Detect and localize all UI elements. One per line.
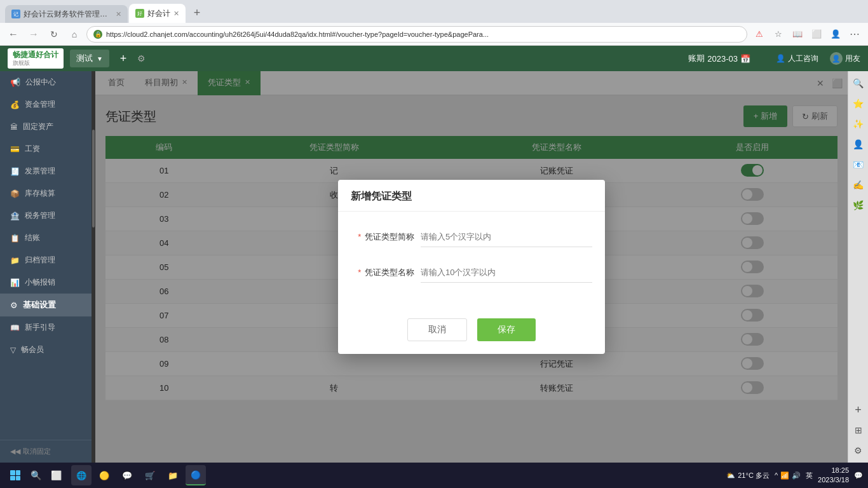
app-header: 畅捷通好合计 旗舰版 测试 ▼ + ⚙ 账期 2023-03 📅 👤 人工咨询 … <box>0 46 868 71</box>
right-gear-icon[interactable]: ⚙ <box>850 442 867 459</box>
sidebar-item-member[interactable]: ▽ 畅会员 <box>0 339 95 361</box>
start-button[interactable] <box>5 465 25 485</box>
form-row-name: * 凭证类型名称 <box>351 262 592 283</box>
active-tab-close[interactable]: ✕ <box>173 10 179 18</box>
taskbar-right: ⛅ 21°C 多云 ^ 📶 🔊 英 18:25 2023/3/18 💬 <box>726 466 863 485</box>
tax-icon: 🏦 <box>10 212 20 220</box>
add-workspace-button[interactable]: + <box>116 51 131 66</box>
inventory-icon: 📦 <box>10 189 20 198</box>
browser-tab-active[interactable]: 好 好会计 ✕ <box>129 4 186 23</box>
taskbar-app-browser2[interactable]: 🔵 <box>186 465 206 485</box>
right-leaf-icon[interactable]: 🌿 <box>850 197 867 214</box>
notification-area: ^ 📶 🔊 <box>775 471 801 480</box>
home-button[interactable]: ⌂ <box>66 26 83 43</box>
modal-footer: 取消 保存 <box>338 313 605 354</box>
forward-button[interactable]: → <box>25 26 42 43</box>
taskbar-apps: 🌐 🟡 💬 🛒 📁 🔵 <box>71 465 206 485</box>
close-accounts-icon: 📋 <box>10 234 20 243</box>
taskbar-app-store[interactable]: 🛒 <box>140 465 160 485</box>
sidebar-item-announcement[interactable]: 📢 公报中心 <box>0 71 95 93</box>
sidebar-item-tax[interactable]: 🏦 税务管理 <box>0 205 95 227</box>
calendar-icon[interactable]: 📅 <box>740 54 750 64</box>
app-logo: 畅捷通好合计 旗舰版 <box>8 48 64 68</box>
sidebar-item-salary[interactable]: 💳 工资 <box>0 138 95 160</box>
sidebar-item-expense[interactable]: 📊 小畅报销 <box>0 271 95 294</box>
modal-body: * 凭证类型简称 * 凭证类型名称 <box>338 212 605 313</box>
cancel-button[interactable]: 取消 <box>407 318 467 341</box>
taskbar-multitask-button[interactable]: ⬜ <box>46 465 66 485</box>
browser-actions: ⚠ ☆ 📖 ⬜ 👤 ⋯ <box>751 26 863 43</box>
new-tab-button[interactable]: + <box>188 4 206 22</box>
sidebar-item-fund[interactable]: 💰 资金管理 <box>0 93 95 116</box>
form-row-abbr: * 凭证类型简称 <box>351 227 592 247</box>
url-text: https://cloud2.chanjet.com/accounting/uh… <box>106 30 489 38</box>
split-view-button[interactable]: ⬜ <box>808 26 825 43</box>
invoice-icon: 🧾 <box>10 167 20 176</box>
browser-chrome: 记 好会计云财务软件管理系统_会计 ✕ 好 好会计 ✕ + <box>0 0 868 23</box>
abbr-input[interactable] <box>421 227 592 247</box>
sidebar-item-settings[interactable]: ⚙ 基础设置 <box>0 294 95 316</box>
taskbar-app-chrome[interactable]: 🟡 <box>94 465 114 485</box>
right-plus-icon[interactable]: + <box>850 402 867 418</box>
weather-info: ⛅ 21°C 多云 <box>726 471 770 480</box>
reload-button[interactable]: ↻ <box>46 26 62 43</box>
extensions-button[interactable]: ⚠ <box>751 26 768 43</box>
inactive-tab-label: 好会计云财务软件管理系统_会计 <box>24 9 112 20</box>
url-bar[interactable]: 🔒 https://cloud2.chanjet.com/accounting/… <box>86 26 747 43</box>
sidebar-item-fixed-assets[interactable]: 🏛 固定资产 <box>0 116 95 138</box>
taskbar-app-edge[interactable]: 🌐 <box>71 465 92 485</box>
more-button[interactable]: ⋯ <box>846 26 863 43</box>
right-feather-icon[interactable]: ✍ <box>850 177 867 193</box>
settings-icon[interactable]: ⚙ <box>137 53 146 64</box>
right-grid-icon[interactable]: ⊞ <box>850 422 867 438</box>
ssl-icon: 🔒 <box>93 30 102 39</box>
sidebar-item-archive[interactable]: 📁 归档管理 <box>0 249 95 271</box>
right-outlook-icon[interactable]: 📧 <box>850 156 867 173</box>
taskbar: 🔍 ⬜ 🌐 🟡 💬 🛒 📁 🔵 ⛅ 21°C 多云 ^ 📶 🔊 英 18:25 … <box>0 463 868 488</box>
fund-icon: 💰 <box>10 100 20 109</box>
right-panel: 🔍 ⭐ ✨ 👤 📧 ✍ 🌿 + ⊞ ⚙ <box>848 71 868 463</box>
workspace-selector[interactable]: 测试 ▼ <box>70 50 109 67</box>
browser-tab-inactive[interactable]: 记 好会计云财务软件管理系统_会计 ✕ <box>5 5 128 23</box>
modal-dialog: 新增凭证类型 * 凭证类型简称 * 凭证类型名称 <box>338 180 605 354</box>
inactive-tab-close[interactable]: ✕ <box>116 10 121 18</box>
modal-overlay: 新增凭证类型 * 凭证类型简称 * 凭证类型名称 <box>95 71 848 463</box>
notification-button[interactable]: 💬 <box>854 471 863 480</box>
expense-icon: 📊 <box>10 278 20 287</box>
sidebar-item-inventory[interactable]: 📦 库存核算 <box>0 182 95 205</box>
sidebar-item-guide[interactable]: 📖 新手引导 <box>0 316 95 339</box>
right-bookmark-icon[interactable]: ⭐ <box>850 95 867 112</box>
taskbar-app-files[interactable]: 📁 <box>163 465 183 485</box>
active-tab-label: 好会计 <box>147 8 170 19</box>
fixed-assets-icon: 🏛 <box>10 123 18 132</box>
address-bar: ← → ↻ ⌂ 🔒 https://cloud2.chanjet.com/acc… <box>0 23 868 46</box>
taskbar-app-wechat[interactable]: 💬 <box>117 465 137 485</box>
reader-button[interactable]: 📖 <box>789 26 806 43</box>
salary-icon: 💳 <box>10 145 20 154</box>
language-indicator: 英 <box>806 471 813 480</box>
name-label: * 凭证类型名称 <box>351 267 421 278</box>
announcement-icon: 📢 <box>10 78 20 87</box>
profile-button[interactable]: 👤 <box>827 26 844 43</box>
favorites-button[interactable]: ☆ <box>770 26 787 43</box>
modal-header: 新增凭证类型 <box>338 180 605 212</box>
period-info: 账期 2023-03 📅 <box>688 53 750 64</box>
right-search-icon[interactable]: 🔍 <box>850 75 867 92</box>
right-ai-icon[interactable]: ✨ <box>850 116 867 132</box>
user-button[interactable]: 👤 用友 <box>830 52 860 65</box>
sidebar-item-invoice[interactable]: 🧾 发票管理 <box>0 160 95 182</box>
help-button[interactable]: 👤 人工咨询 <box>776 53 818 64</box>
sidebar: 📢 公报中心 💰 资金管理 🏛 固定资产 💳 工资 🧾 发票管理 📦 库 <box>0 71 95 463</box>
settings-sidebar-icon: ⚙ <box>10 301 18 310</box>
abbr-label: * 凭证类型简称 <box>351 231 421 243</box>
archive-icon: 📁 <box>10 256 20 265</box>
content-area: 首页 科目期初 ✕ 凭证类型 ✕ ✕ ⬜ 凭证类型 + 新增 ↻ <box>95 71 848 463</box>
back-button[interactable]: ← <box>5 26 22 43</box>
member-icon: ▽ <box>10 346 16 355</box>
sidebar-item-close-accounts[interactable]: 📋 结账 <box>0 227 95 249</box>
save-button[interactable]: 保存 <box>477 318 536 341</box>
cancel-pin-button[interactable]: ◀◀ 取消固定 <box>0 440 95 463</box>
taskbar-search-button[interactable]: 🔍 <box>25 465 46 485</box>
right-user-icon[interactable]: 👤 <box>850 136 867 152</box>
name-input[interactable] <box>421 262 592 283</box>
